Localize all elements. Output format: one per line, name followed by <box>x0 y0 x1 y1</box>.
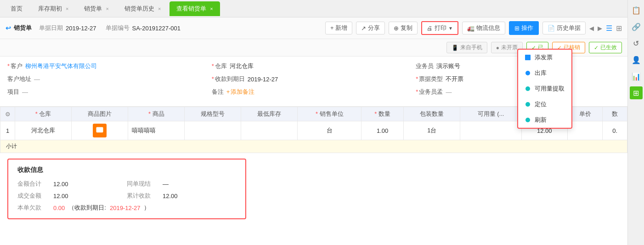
payment-date-label: 收款到期日 <box>212 75 245 83</box>
tab-sales-label: 销货单 <box>84 5 102 13</box>
from-phone-label: 来自手机 <box>460 44 482 51</box>
effective-btn[interactable]: ✓ 已生效 <box>589 42 622 53</box>
tab-inventory[interactable]: 库存期初 × <box>31 1 75 16</box>
th-extra: 数 <box>603 107 627 121</box>
sidebar-expand-icon[interactable]: ⊞ <box>630 86 643 99</box>
warehouse-value: 河北仓库 <box>230 62 254 70</box>
due-row: 本单欠款 0.00 （收款到期日: 2019-12-27 ） <box>17 204 236 212</box>
ticket-type-label: 票据类型 <box>416 75 443 83</box>
salesperson-value: — <box>446 89 452 96</box>
phone-icon: 📱 <box>452 45 458 51</box>
add-invoice-label: 添发票 <box>535 53 553 62</box>
not-open-label: 未开票 <box>501 44 518 51</box>
settlement-value: — <box>163 181 169 188</box>
right-sidebar: 📋 🔗 ↺ 👤 📊 ⊞ <box>627 0 644 245</box>
history-btn[interactable]: 📄 历史单据 <box>542 22 586 34</box>
doc-number-value: SA-20191227-001 <box>132 25 181 32</box>
new-btn[interactable]: + 新增 <box>325 22 352 34</box>
tab-sales-history[interactable]: 销货单历史 × <box>118 1 168 16</box>
view-icon-2[interactable]: ⊞ <box>616 24 622 33</box>
cumulative-value: 12.00 <box>163 193 178 199</box>
dropdown-refresh[interactable]: 刷新 <box>518 112 571 128</box>
nav-left-icon[interactable]: ◀ <box>589 25 594 32</box>
view-icon-1[interactable]: ☰ <box>606 24 612 33</box>
copy-icon: ⊕ <box>394 25 399 32</box>
tab-bar: 首页 库存期初 × 销货单 × 销货单历史 × 查看销货单 × × <box>0 0 644 17</box>
staff-value: 演示账号 <box>436 62 460 70</box>
address-group: 客户地址 — <box>7 75 212 83</box>
print-btn[interactable]: 🖨 打印 ▼ <box>421 21 458 35</box>
history-icon: 📄 <box>548 25 555 32</box>
sidebar-refresh-icon[interactable]: ↺ <box>630 37 643 50</box>
tab-sales-history-close[interactable]: × <box>158 6 161 11</box>
dropdown-locate[interactable]: 定位 <box>518 97 571 112</box>
doc-date-label: 单据日期 <box>39 24 63 32</box>
amount-row: 金额合计 12.00 <box>17 180 127 188</box>
dropdown-available[interactable]: 可用量提取 <box>518 81 571 97</box>
print-dropdown-icon: ▼ <box>448 26 453 31</box>
th-available: 可用量 (... <box>460 107 521 121</box>
from-phone-btn[interactable]: 📱 来自手机 <box>446 42 487 53</box>
copy-label: 复制 <box>401 24 412 32</box>
sidebar-user-icon[interactable]: 👤 <box>630 53 643 66</box>
customer-group: 客户 柳州粤港平安气体有限公司 <box>7 62 212 70</box>
tab-home-label: 首页 <box>11 5 23 13</box>
th-spec: 规格型号 <box>185 107 241 121</box>
th-min-stock: 最低库存 <box>241 107 298 121</box>
settings-icon[interactable]: ⚙ <box>5 111 11 118</box>
doc-title-text: 销货单 <box>14 24 32 32</box>
sidebar-doc-icon[interactable]: 📋 <box>630 4 643 17</box>
add-note-btn[interactable]: 添加备注 <box>226 88 255 96</box>
doc-date-item: 单据日期 2019-12-27 <box>39 24 96 32</box>
th-settings[interactable]: ⚙ <box>0 107 15 121</box>
dropdown-outbound[interactable]: 出库 <box>518 65 571 81</box>
customer-value[interactable]: 柳州粤港平安气体有限公司 <box>25 62 97 70</box>
svg-rect-0 <box>96 127 103 133</box>
tab-sales-close[interactable]: × <box>106 6 108 11</box>
customer-label: 客户 <box>7 62 23 70</box>
share-icon: ↗ <box>361 25 366 32</box>
salesperson-label: 业务员孟 <box>416 88 443 96</box>
warehouse-label: 仓库 <box>212 62 227 70</box>
doc-number-item: 单据编号 SA-20191227-001 <box>106 24 181 32</box>
td-img <box>72 121 128 140</box>
tab-view-sales-close[interactable]: × <box>210 6 213 11</box>
copy-btn[interactable]: ⊕ 复制 <box>389 22 418 34</box>
tab-sales[interactable]: 销货单 × <box>77 1 115 16</box>
th-product: * 商品 <box>128 107 185 121</box>
td-available <box>460 121 521 140</box>
ticket-type-value: 不开票 <box>446 75 463 83</box>
due-note: （收款到期日: <box>68 204 106 212</box>
history-label: 历史单据 <box>557 24 581 32</box>
th-pack-qty: 包装数量 <box>404 107 460 121</box>
th-price: 单价 <box>567 107 603 121</box>
operate-btn[interactable]: ⊞ 操作 <box>509 21 539 35</box>
tab-view-sales-label: 查看销货单 <box>176 5 206 13</box>
dropdown-add-invoice[interactable]: 添发票 <box>518 50 571 65</box>
outbound-icon <box>525 70 531 76</box>
deal-label: 成交金额 <box>17 192 50 200</box>
note-group: 备注 添加备注 <box>212 88 416 96</box>
staff-label: 业务员 <box>416 62 434 70</box>
print-label: 打印 <box>435 24 446 32</box>
sidebar-chart-icon[interactable]: 📊 <box>630 70 643 83</box>
amount-label: 金额合计 <box>17 180 50 188</box>
nav-right-icon[interactable]: ▶ <box>598 25 602 32</box>
refresh-label: 刷新 <box>535 116 547 124</box>
payment-date-value: 2019-12-27 <box>248 76 278 83</box>
subtotal-label: 小计 <box>0 140 627 153</box>
doc-title-icon: ↩ <box>6 24 11 32</box>
tab-home[interactable]: 首页 <box>4 1 29 16</box>
td-pack-qty: 1台 <box>404 121 460 140</box>
content-area: ↩ 销货单 单据日期 2019-12-27 单据编号 SA-20191227-0… <box>0 17 627 225</box>
tab-inventory-close[interactable]: × <box>66 6 68 11</box>
doc-meta: 单据日期 2019-12-27 单据编号 SA-20191227-001 <box>39 24 181 32</box>
sidebar-link-icon[interactable]: 🔗 <box>630 20 643 33</box>
footer-info: 收款信息 金额合计 12.00 同单现结 — 成交金额 12.00 <box>0 153 627 225</box>
tab-view-sales[interactable]: 查看销货单 × <box>169 1 220 16</box>
due-date: 2019-12-27 <box>110 205 141 211</box>
project-value: — <box>22 89 28 96</box>
share-btn[interactable]: ↗ 分享 <box>356 22 385 34</box>
operate-label: 操作 <box>521 24 533 32</box>
logistics-btn[interactable]: 🚛 物流信息 <box>462 22 505 34</box>
